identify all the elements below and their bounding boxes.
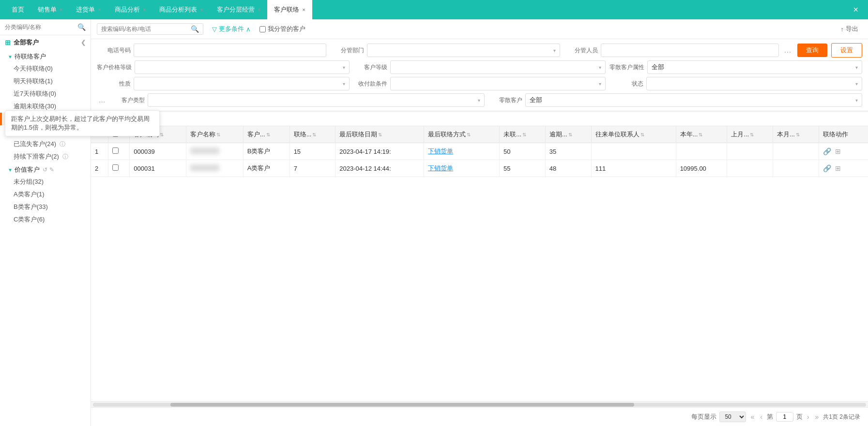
horizontal-scrollbar[interactable] [91, 401, 868, 407]
settings-button[interactable]: 设置 [831, 43, 862, 58]
gender-select[interactable]: ▾ [134, 77, 350, 90]
filter-row-3: 性质 ▾ 收付款条件 ▾ 状态 [97, 77, 862, 90]
sidebar-item-tomorrow[interactable]: 明天待联络(1) [0, 75, 91, 88]
chevron-down-icon-7: ▾ [855, 81, 858, 87]
nav-analysis-close[interactable]: × [143, 7, 146, 13]
manager-more-icon[interactable]: … [782, 46, 793, 55]
table-section: ⚙ 客户编码 ⇅ [91, 112, 868, 401]
cell-last-date-2: 2023-04-12 14:44: [335, 160, 424, 177]
info-icon-4[interactable]: ⓘ [62, 153, 68, 160]
nav-purchase-close[interactable]: × [98, 7, 101, 13]
cell-last-month-2 [727, 160, 773, 177]
more-icon-2[interactable]: ⊞ [835, 164, 841, 172]
triangle-down-icon: ▼ [8, 54, 13, 59]
sidebar-search-input[interactable] [5, 24, 77, 30]
scrollbar-thumb[interactable] [170, 403, 634, 407]
price-grade-select[interactable]: ▾ [135, 60, 350, 74]
retail-attr-select[interactable]: 全部 ▾ [647, 60, 862, 74]
cell-checkbox-2[interactable] [108, 160, 130, 177]
row-checkbox-2[interactable] [112, 164, 119, 171]
th-customer-grade[interactable]: 客户... ⇅ [243, 126, 289, 143]
th-last-contact-method[interactable]: 最后联络方式 ⇅ [424, 126, 500, 143]
prev-page-btn[interactable]: ‹ [759, 413, 764, 421]
nav-customer-mgmt[interactable]: 客户分层经营 × [210, 0, 267, 19]
sidebar-item-a-class[interactable]: A类客户(1) [0, 188, 91, 201]
th-last-month[interactable]: 上月... ⇅ [727, 126, 773, 143]
my-customer-checkbox[interactable] [259, 26, 266, 32]
row-checkbox-1[interactable] [112, 147, 119, 154]
cell-grade-2: A类客户 [243, 160, 289, 177]
th-this-year[interactable]: 本年... ⇅ [676, 126, 727, 143]
sidebar-item-today[interactable]: 今天待联络(0) [0, 62, 91, 75]
next-page-btn[interactable]: › [806, 413, 811, 421]
th-contact-person[interactable]: 往来单位联系人 ⇅ [591, 126, 676, 143]
link-icon-1[interactable]: 🔗 [823, 147, 831, 155]
last-page-btn[interactable]: » [814, 413, 821, 421]
sidebar-item-7days[interactable]: 近7天待联络(0) [0, 88, 91, 100]
more-icon-1[interactable]: ⊞ [835, 147, 841, 155]
more-dots[interactable]: ... [97, 96, 107, 104]
sidebar-group-value-customers[interactable]: ▼ 价值客户 ↺ ✎ [0, 163, 91, 176]
more-conditions-btn[interactable]: ▽ 更多条件 ∧ [208, 23, 255, 35]
dept-select[interactable]: ▾ [367, 44, 560, 57]
table-toolbar: ⚙ [91, 112, 868, 126]
th-no-contact[interactable]: 未联... ⇅ [500, 126, 546, 143]
nav-analysis-list[interactable]: 商品分析列表 × [152, 0, 210, 19]
th-contact-count[interactable]: 联络... ⇅ [289, 126, 335, 143]
sidebar-collapse-btn[interactable]: ❮ [81, 39, 86, 46]
customer-type-select[interactable]: ▾ [148, 93, 485, 107]
cell-last-date-1: 2023-04-17 14:19: [335, 143, 424, 160]
th-name[interactable]: 客户名称 ⇅ [186, 126, 243, 143]
link-icon-2[interactable]: 🔗 [823, 164, 831, 172]
nav-customer-mgmt-close[interactable]: × [258, 7, 260, 13]
th-this-month[interactable]: 本月... ⇅ [773, 126, 819, 143]
sidebar-group-pending[interactable]: ▼ 待联络客户 [0, 50, 91, 62]
search-icon[interactable]: 🔍 [191, 25, 199, 33]
sidebar-search-icon[interactable]: 🔍 [77, 23, 86, 31]
cell-last-method-1[interactable]: 下销货单 [424, 143, 500, 160]
info-icon-3[interactable]: ⓘ [60, 141, 65, 147]
edit-icon[interactable]: ✎ [49, 166, 54, 173]
export-button[interactable]: ↑ 导出 [837, 23, 863, 35]
status-select[interactable]: ▾ [646, 77, 862, 90]
sidebar-item-churned[interactable]: 已流失客户(24) ⓘ [0, 138, 91, 150]
filter-retail-customer: 零散客户 全部 ▾ [488, 93, 862, 107]
retail-customer-select[interactable]: 全部 ▾ [525, 93, 862, 107]
cell-no-contact-2: 55 [500, 160, 546, 177]
per-page-select[interactable]: 50 100 200 [719, 411, 746, 422]
cell-last-method-2[interactable]: 下销货单 [424, 160, 500, 177]
nav-sales[interactable]: 销售单 × [31, 0, 69, 19]
nav-analysis-list-close[interactable]: × [200, 7, 203, 13]
cell-overdue-1: 35 [545, 143, 591, 160]
nav-sales-close[interactable]: × [60, 7, 62, 13]
nav-customer-contact-close[interactable]: × [302, 7, 305, 13]
sidebar-item-declining[interactable]: 持续下滑客户(2) ⓘ [0, 150, 91, 163]
phone-input[interactable] [134, 44, 326, 57]
cell-no-contact-1: 50 [500, 143, 546, 160]
refresh-icon[interactable]: ↺ [43, 166, 47, 173]
manager-select[interactable] [601, 44, 779, 57]
customer-grade-select[interactable]: ▾ [390, 60, 606, 74]
my-customer-toggle[interactable]: 我分管的客户 [259, 25, 305, 33]
scrollbar-track [93, 403, 866, 407]
th-last-contact-date[interactable]: 最后联络日期 ⇅ [335, 126, 424, 143]
filter-manager: 分管人员 … [564, 44, 793, 57]
query-button[interactable]: 查询 [797, 44, 827, 57]
page-number-input[interactable] [776, 412, 793, 422]
sidebar-item-c-class[interactable]: C类客户(6) [0, 213, 91, 226]
payment-select[interactable]: ▾ [390, 77, 606, 90]
nav-purchase[interactable]: 进货单 × [69, 0, 107, 19]
search-input[interactable] [101, 26, 191, 32]
cell-checkbox-1[interactable] [108, 143, 130, 160]
sidebar-item-b-class[interactable]: B类客户(33) [0, 201, 91, 213]
cell-grade-1: B类客户 [243, 143, 289, 160]
nav-customer-contact[interactable]: 客户联络 × [267, 0, 312, 19]
sidebar-item-ungrouped[interactable]: 未分组(32) [0, 176, 91, 188]
nav-home[interactable]: 首页 [5, 0, 31, 19]
nav-analysis[interactable]: 商品分析 × [108, 0, 152, 19]
chevron-down-icon-2: ▾ [343, 65, 345, 70]
window-close-button[interactable]: × [848, 5, 863, 15]
sidebar-all-customers[interactable]: ⊞ 全部客户 ❮ [0, 35, 91, 50]
first-page-btn[interactable]: « [749, 413, 756, 421]
th-overdue[interactable]: 逾期... ⇅ [545, 126, 591, 143]
